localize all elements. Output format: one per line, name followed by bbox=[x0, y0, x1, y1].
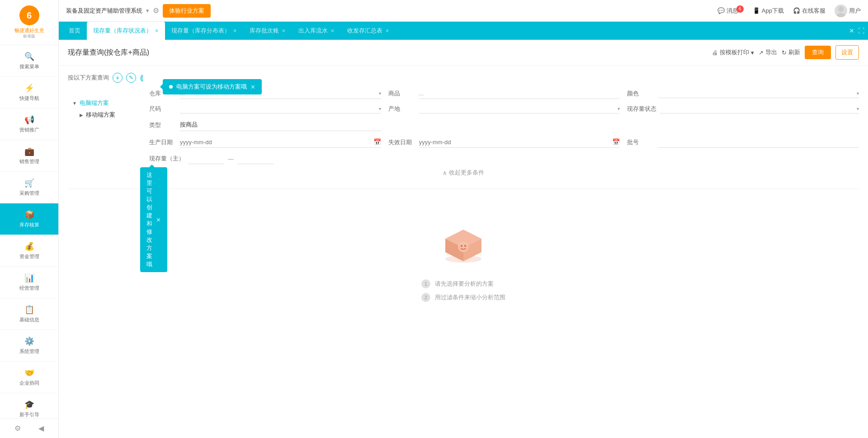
size-select[interactable]: ▾ bbox=[180, 104, 381, 113]
finance-icon: 💰 bbox=[24, 241, 34, 251]
tab-batch[interactable]: 库存批次账 ✕ bbox=[243, 22, 292, 40]
notification-badge: 6 bbox=[736, 5, 744, 13]
dropdown-arrow-icon[interactable]: ▾ bbox=[146, 7, 149, 14]
footer-settings-btn[interactable]: ⚙ bbox=[14, 424, 21, 433]
page-header: 现存量查询(按仓库+商品) 🖨 按模板打印 ▾ ↗ 导出 ↻ 刷新 bbox=[59, 40, 868, 66]
user-item[interactable]: 用户 bbox=[835, 5, 861, 17]
stock-qty-min[interactable] bbox=[188, 153, 224, 164]
edit-scheme-popup: 这里可以创建和修改方案哦 ✕ bbox=[140, 167, 167, 272]
filter-add-btn[interactable]: + bbox=[113, 73, 123, 83]
header-left: 装备及固定资产辅助管理系统 ▾ ⚙ 体验行业方案 bbox=[66, 4, 211, 18]
origin-arrow: ▾ bbox=[618, 106, 620, 111]
filter-origin: 产地 ▾ bbox=[388, 104, 620, 113]
empty-step-2: 2 用过滤条件来缩小分析范围 bbox=[421, 293, 505, 302]
sidebar-item-basic[interactable]: 📋 基础信息 bbox=[0, 298, 58, 330]
app-download-item[interactable]: 📱 App下载 bbox=[753, 7, 784, 15]
search-btn[interactable]: 查询 bbox=[805, 46, 831, 59]
page-content: 现存量查询(按仓库+商品) 🖨 按模板打印 ▾ ↗ 导出 ↻ 刷新 bbox=[59, 40, 868, 438]
tab-close-all-btn[interactable]: ✕ bbox=[849, 27, 854, 34]
stock-qty-range: — bbox=[188, 153, 274, 164]
sidebar-item-operations[interactable]: 📊 经营管理 bbox=[0, 267, 58, 298]
stock-status-arrow: ▾ bbox=[857, 106, 859, 111]
refresh-btn[interactable]: ↻ 刷新 bbox=[782, 48, 800, 57]
tab-stock-status-close[interactable]: ✕ bbox=[155, 28, 159, 34]
tab-collect[interactable]: 收发存汇总表 ✕ bbox=[341, 22, 396, 40]
svg-point-8 bbox=[464, 245, 466, 247]
origin-select[interactable]: ▾ bbox=[419, 104, 620, 113]
sidebar-label-purchase: 采购管理 bbox=[19, 190, 39, 197]
logo-name: 畅捷通好生意 bbox=[14, 27, 44, 33]
export-btn[interactable]: ↗ 导出 bbox=[759, 48, 777, 57]
sidebar-item-sales[interactable]: 💼 销售管理 bbox=[0, 140, 58, 172]
empty-step-1: 1 请先选择要分析的方案 bbox=[421, 279, 505, 288]
scheme-item-mobile[interactable]: ▶ 移动端方案 bbox=[72, 109, 140, 121]
tab-collect-close[interactable]: ✕ bbox=[385, 28, 389, 34]
settings-btn[interactable]: 设置 bbox=[835, 45, 859, 60]
step-1-text: 请先选择要分析的方案 bbox=[435, 280, 494, 288]
svg-point-0 bbox=[838, 6, 844, 12]
sidebar-item-search[interactable]: 🔍 搜索菜单 bbox=[0, 45, 58, 77]
produce-date-input[interactable]: 📅 bbox=[180, 137, 381, 148]
sidebar-label-enterprise: 企业协同 bbox=[19, 380, 39, 386]
size-arrow: ▾ bbox=[379, 106, 381, 111]
filter-area: 按以下方案查询 + ✎ ⟪ 电脑方案可设为移动方案哦 ✕ bbox=[59, 66, 868, 188]
filter-edit-btn[interactable]: ✎ bbox=[126, 73, 136, 83]
tab-stock-dist-close[interactable]: ✕ bbox=[233, 28, 237, 34]
scheme-mobile-label: 移动端方案 bbox=[86, 111, 115, 119]
product-label: 商品 bbox=[388, 89, 415, 98]
tab-stock-dist[interactable]: 现存量（库存分布表） ✕ bbox=[165, 22, 243, 40]
tab-expand-btn[interactable]: ⛶ bbox=[858, 27, 864, 34]
tab-inout-close[interactable]: ✕ bbox=[330, 28, 335, 34]
tab-stock-dist-label: 现存量（库存分布表） bbox=[171, 27, 230, 35]
sidebar-item-marketing[interactable]: 📢 营销推广 bbox=[0, 108, 58, 140]
settings-icon[interactable]: ⚙ bbox=[153, 6, 159, 15]
filter-arrow-btn[interactable]: ⟪ bbox=[140, 74, 144, 82]
sidebar-item-newbie[interactable]: 🎓 新手引导 bbox=[0, 393, 58, 418]
expire-date-icon[interactable]: 📅 bbox=[612, 138, 620, 146]
stock-qty-max[interactable] bbox=[237, 153, 274, 164]
sidebar-label-newbie: 新手引导 bbox=[19, 411, 39, 418]
filter-row-2: 尺码 ▾ 产地 ▾ bbox=[149, 104, 859, 113]
footer-collapse-btn[interactable]: ◀ bbox=[38, 424, 44, 433]
tab-inout[interactable]: 出入库流水 ✕ bbox=[292, 22, 341, 40]
tab-stock-status[interactable]: 现存量（库存状况表） ✕ bbox=[87, 22, 165, 40]
notification-item[interactable]: 💬 消息 6 bbox=[717, 7, 744, 15]
purchase-icon: 🛒 bbox=[24, 178, 34, 188]
collapse-up-icon: ∧ bbox=[443, 170, 447, 176]
product-select[interactable]: ... bbox=[419, 88, 620, 99]
scheme-item-pc[interactable]: ▼ 电脑端方案 bbox=[72, 97, 140, 109]
sidebar-item-inventory[interactable]: 📦 库存核算 bbox=[0, 203, 58, 235]
filter-stock-qty: 现存量（主） — bbox=[149, 153, 381, 164]
expire-date-input[interactable]: 📅 bbox=[419, 137, 620, 148]
system-name: 装备及固定资产辅助管理系统 bbox=[66, 7, 142, 15]
filter-stock-status: 现存量状态 ▾ bbox=[627, 104, 859, 113]
collapse-btn[interactable]: ∧ 收起更多条件 bbox=[68, 164, 859, 181]
tab-batch-close[interactable]: ✕ bbox=[282, 28, 286, 34]
svg-point-7 bbox=[461, 245, 462, 247]
support-item[interactable]: 🎧 在线客服 bbox=[793, 7, 826, 15]
sidebar-item-guide[interactable]: ⚡ 快捷导航 bbox=[0, 77, 58, 108]
step-2-text: 用过滤条件来缩小分析范围 bbox=[435, 293, 505, 301]
batch-no-input[interactable] bbox=[658, 137, 859, 148]
sidebar-item-purchase[interactable]: 🛒 采购管理 bbox=[0, 172, 58, 203]
type-select[interactable]: 按商品 bbox=[180, 119, 381, 131]
inventory-icon: 📦 bbox=[24, 210, 34, 220]
sidebar-item-finance[interactable]: 💰 资金管理 bbox=[0, 235, 58, 267]
edit-scheme-popup-close[interactable]: ✕ bbox=[156, 217, 161, 223]
stock-status-select[interactable]: ▾ bbox=[660, 104, 859, 113]
filter-body: 这里可以创建和修改方案哦 ✕ ▼ 电脑端方案 ▶ 移动端方案 bbox=[68, 88, 859, 164]
tab-home[interactable]: 首页 bbox=[62, 22, 87, 40]
sidebar-item-enterprise[interactable]: 🤝 企业协同 bbox=[0, 362, 58, 393]
sidebar-item-system[interactable]: ⚙️ 系统管理 bbox=[0, 330, 58, 362]
scheme-popup-close[interactable]: ✕ bbox=[250, 84, 255, 90]
trial-button[interactable]: 体验行业方案 bbox=[163, 4, 211, 18]
operations-icon: 📊 bbox=[24, 273, 34, 283]
produce-date-start[interactable] bbox=[180, 139, 372, 146]
logo-badge: 标准版 bbox=[23, 33, 35, 39]
scheme-mobile-arrow: ▶ bbox=[80, 113, 83, 118]
sidebar-nav: 🔍 搜索菜单 ⚡ 快捷导航 📢 营销推广 💼 销售管理 🛒 采购管理 📦 bbox=[0, 45, 58, 418]
print-btn[interactable]: 🖨 按模板打印 ▾ bbox=[712, 48, 754, 57]
produce-date-icon[interactable]: 📅 bbox=[373, 138, 381, 146]
color-select[interactable]: ▾ bbox=[658, 89, 859, 98]
expire-date-start[interactable] bbox=[419, 139, 611, 146]
